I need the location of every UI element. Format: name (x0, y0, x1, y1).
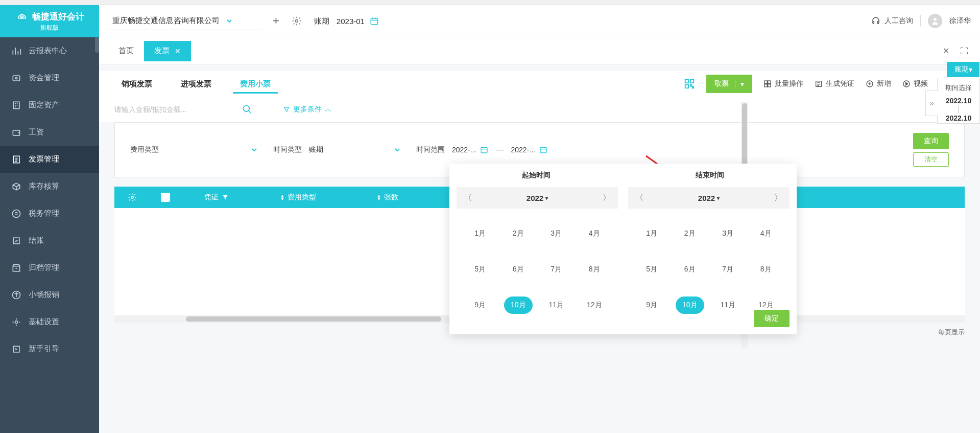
svg-point-27 (131, 196, 134, 199)
toolbar: 取票 ▾ 批量操作 生成凭证 新增 视频 刷新 (684, 75, 965, 93)
start-date-input[interactable]: 2022-... (452, 146, 488, 154)
nav-item-reimburse[interactable]: 小畅报销 (0, 281, 99, 308)
nav-item-money[interactable]: 资金管理 (0, 64, 99, 92)
month-cell[interactable]: 11月 (540, 297, 573, 314)
nav-item-chart[interactable]: 云报表中心 (0, 37, 99, 64)
prev-year-button[interactable]: 〈 (635, 193, 643, 203)
month-cell[interactable]: 11月 (711, 297, 745, 314)
th-settings[interactable] (114, 193, 150, 202)
more-conditions-toggle[interactable]: 更多条件 ︿ (283, 105, 332, 114)
clear-button[interactable]: 清空 (913, 152, 949, 167)
money-icon (11, 73, 21, 83)
month-cell[interactable]: 6月 (674, 261, 707, 278)
search-icon[interactable] (242, 104, 252, 115)
month-cell[interactable]: 5月 (635, 261, 668, 278)
side-period-to[interactable]: 2022.10 (938, 113, 979, 123)
sidebar: 畅捷通好会计 旗舰版 云报表中心资金管理固定资产工资发票管理库存核算税务管理结账… (0, 5, 99, 433)
month-cell[interactable]: 2月 (502, 225, 535, 242)
month-cell[interactable]: 5月 (464, 261, 497, 278)
tabs-bar: 首页发票✕ ✕ ⛶ (99, 37, 980, 65)
fetch-invoice-button[interactable]: 取票 ▾ (706, 75, 752, 93)
side-period-toggle[interactable]: » (925, 90, 938, 116)
chevron-down-icon (251, 146, 258, 153)
brand-name: 畅捷通好会计 (32, 11, 84, 22)
consult-link[interactable]: 人工咨询 (871, 16, 913, 26)
svg-rect-2 (13, 102, 19, 108)
guide-icon (11, 344, 21, 354)
nav-item-close-acct[interactable]: 结账 (0, 227, 99, 254)
close-all-tabs[interactable]: ✕ (939, 44, 952, 58)
tab-label: 发票 (154, 46, 170, 56)
gen-voucher-link[interactable]: 生成凭证 (815, 79, 854, 88)
nav-item-tax[interactable]: 税务管理 (0, 200, 99, 227)
nav-item-wallet[interactable]: 工资 (0, 119, 99, 146)
prev-year-button[interactable]: 〈 (464, 193, 472, 203)
time-type-select[interactable]: 账期 (309, 142, 401, 158)
expand-icon[interactable]: ⛶ (958, 44, 971, 58)
confirm-button[interactable]: 确定 (754, 310, 790, 327)
expense-type-select[interactable] (166, 142, 258, 158)
chevron-down-icon: ▾ (717, 195, 720, 201)
company-name: 重庆畅捷交通信息咨询有限公司 (112, 16, 220, 26)
gear-icon[interactable] (292, 16, 302, 26)
month-cell[interactable]: 7月 (540, 261, 573, 278)
nav-item-stock[interactable]: 库存核算 (0, 173, 99, 200)
batch-label: 批量操作 (775, 79, 803, 88)
qrcode-icon[interactable] (684, 78, 695, 89)
month-cell[interactable]: 9月 (464, 297, 497, 314)
month-cell[interactable]: 1月 (635, 225, 668, 242)
tab-0[interactable]: 首页 (108, 41, 144, 61)
month-cell[interactable]: 12月 (578, 297, 611, 314)
next-year-button[interactable]: 〉 (603, 193, 611, 203)
add-link[interactable]: 新增 (866, 79, 891, 88)
month-cell[interactable]: 10月 (504, 297, 533, 314)
month-cell[interactable]: 4月 (578, 225, 611, 242)
month-cell[interactable]: 6月 (502, 261, 535, 278)
month-cell[interactable]: 10月 (676, 297, 704, 314)
calendar-icon (480, 146, 488, 154)
next-year-button[interactable]: 〉 (774, 193, 782, 203)
month-cell[interactable]: 8月 (578, 261, 611, 278)
year-selector[interactable]: 2022▾ (527, 194, 548, 202)
month-cell[interactable]: 9月 (635, 297, 668, 314)
plus-icon[interactable]: + (273, 14, 279, 28)
calendar-icon[interactable] (370, 16, 379, 26)
sidebar-scrollbar[interactable] (95, 37, 99, 53)
end-date-input[interactable]: 2022-... (511, 146, 547, 154)
search-button[interactable]: 查询 (913, 133, 949, 149)
video-link[interactable]: 视频 (902, 79, 928, 88)
end-date-value: 2022-... (511, 146, 535, 154)
company-selector[interactable]: 重庆畅捷交通信息咨询有限公司 (108, 12, 261, 30)
month-cell[interactable]: 2月 (674, 225, 707, 242)
scrollbar-thumb[interactable] (186, 316, 441, 322)
month-cell[interactable]: 4月 (750, 225, 783, 242)
tab-1[interactable]: 发票✕ (144, 41, 191, 61)
th-checkbox[interactable] (150, 193, 181, 202)
svg-rect-15 (690, 80, 694, 83)
calendar-icon (539, 146, 547, 154)
nav-item-building[interactable]: 固定资产 (0, 92, 99, 119)
amount-search-input[interactable] (114, 105, 237, 113)
month-cell[interactable]: 3月 (540, 225, 573, 242)
month-cell[interactable]: 8月 (750, 261, 783, 278)
subtab-0[interactable]: 销项发票 (114, 71, 159, 97)
batch-ops-link[interactable]: 批量操作 (763, 79, 803, 88)
month-cell[interactable]: 1月 (464, 225, 497, 242)
side-period-from[interactable]: 2022.10 (938, 96, 979, 106)
nav-item-guide[interactable]: 新手引导 (0, 335, 99, 362)
checkbox[interactable] (161, 193, 170, 202)
subtab-1[interactable]: 进项发票 (174, 71, 219, 97)
th-count[interactable]: ▲▼ 张数 (344, 193, 431, 202)
close-icon[interactable]: ✕ (175, 47, 181, 55)
month-cell[interactable]: 3月 (711, 225, 745, 242)
nav-item-archive[interactable]: 归档管理 (0, 254, 99, 281)
nav-item-invoice[interactable]: 发票管理 (0, 146, 99, 173)
avatar[interactable] (928, 14, 942, 28)
side-period-button[interactable]: 账期 ▾ (947, 62, 979, 77)
month-cell[interactable]: 7月 (711, 261, 745, 278)
year-selector[interactable]: 2022▾ (698, 194, 720, 202)
subtab-2[interactable]: 费用小票 (233, 71, 278, 97)
th-expense-type[interactable]: ▲▼ 费用类型 (252, 193, 344, 202)
th-voucher[interactable]: 凭证 (181, 193, 252, 202)
nav-item-settings[interactable]: 基础设置 (0, 308, 99, 335)
